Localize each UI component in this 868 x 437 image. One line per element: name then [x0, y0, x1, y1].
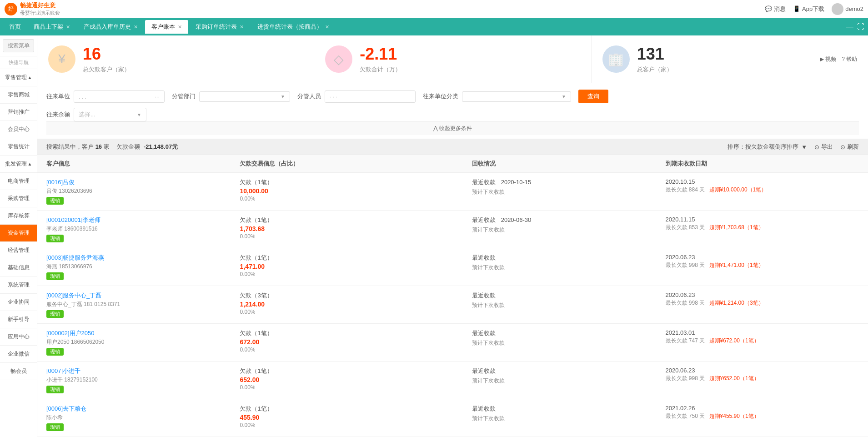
- tab-shang-pin[interactable]: 商品上下架 ✕: [27, 20, 76, 34]
- tab-close-icon[interactable]: ✕: [66, 24, 70, 30]
- sidebar-item-corp-collab[interactable]: 企业协同: [0, 294, 37, 311]
- sidebar-item-member[interactable]: 会员中心: [0, 121, 37, 138]
- recovery-cell-1: 最近收款 2020-06-30 预计下次收款: [472, 216, 665, 234]
- source-unit-dots: ...: [79, 93, 88, 100]
- recovery-cell-0: 最近收款 2020-10-15 预计下次收款: [472, 178, 665, 196]
- help-icon: ?: [842, 56, 845, 62]
- sidebar-item-app-center[interactable]: 应用中心: [0, 328, 37, 346]
- badge-6: 现销: [46, 423, 64, 431]
- person-input[interactable]: ···: [325, 90, 416, 103]
- filter-person: 分管人员 ···: [297, 90, 416, 103]
- filter-row-2: 往来余额 选择... ▼: [46, 108, 859, 121]
- tab-chan-cheng[interactable]: 产成品入库单历史 ✕: [77, 20, 144, 34]
- video-btn[interactable]: ▶ 视频: [820, 55, 836, 63]
- sidebar-item-basic-info[interactable]: 基础信息: [0, 259, 37, 276]
- sidebar-item-purchase[interactable]: 采购管理: [0, 190, 37, 207]
- tab-cai-gou[interactable]: 采购订单统计表 ✕: [189, 20, 250, 34]
- logo-area: 好 畅捷通好生意 母婴行业演示账套: [5, 2, 60, 16]
- stat-card-actions: ▶ 视频 ? 帮助: [820, 55, 857, 63]
- overdue-link-5[interactable]: 超期¥652.00（1笔）: [709, 375, 759, 382]
- customer-link-6[interactable]: [0006]去下粮仓: [46, 405, 240, 413]
- overdue-link-0[interactable]: 超期¥10,000.00（1笔）: [709, 186, 767, 193]
- sidebar-item-finance[interactable]: 资金管理: [0, 225, 37, 242]
- tab-ke-hu[interactable]: 客户账本 ✕: [145, 20, 188, 34]
- chevron-down-icon: ▲: [28, 75, 32, 80]
- overdue-cell-2: 2020.06.23 最长欠款 998 天 超期¥1,471.00（1笔）: [666, 254, 859, 269]
- refresh-btn[interactable]: ⊙ 刷新: [840, 143, 859, 151]
- message-btn[interactable]: 💬 消息: [765, 5, 786, 13]
- table-row: [000002]用户2050 用户2050 18665062050 现销 欠款（…: [37, 324, 868, 362]
- sidebar-item-newbie[interactable]: 新手引导: [0, 311, 37, 328]
- sidebar-item-corp-wechat[interactable]: 企业微信: [0, 346, 37, 363]
- sidebar-item-member-plus[interactable]: 畅会员: [0, 363, 37, 380]
- customer-cell-0: [0016]吕俊 吕俊 13026203696 现销: [46, 178, 240, 205]
- search-button[interactable]: 查询: [578, 90, 608, 103]
- stat-card-debt-customers: ¥ 16 总欠款客户（家）: [37, 35, 314, 83]
- customer-link-3[interactable]: [0002]服务中心_丁磊: [46, 291, 240, 300]
- customer-link-0[interactable]: [0016]吕俊: [46, 178, 240, 186]
- badge-5: 现销: [46, 386, 64, 393]
- tab-min-icon[interactable]: —: [846, 23, 853, 31]
- tab-home[interactable]: 首页: [4, 21, 26, 33]
- customer-cell-6: [0006]去下粮仓 陈小希 现销: [46, 405, 240, 431]
- badge-4: 现销: [46, 348, 64, 356]
- overdue-link-1[interactable]: 超期¥1,703.68（1笔）: [709, 224, 764, 231]
- customer-link-2[interactable]: [0003]畅捷服务尹海燕: [46, 254, 240, 262]
- sidebar-item-retail-mgmt[interactable]: 零售管理 ▲: [0, 69, 37, 86]
- sidebar-item-ecommerce[interactable]: 电商管理: [0, 173, 37, 190]
- stat-icon-building: 🏢: [602, 45, 630, 73]
- col-customer-info: 客户信息: [46, 160, 240, 168]
- filter-label-balance: 往来余额: [46, 111, 70, 119]
- sidebar-search-area: 搜索菜单: [0, 35, 37, 56]
- refresh-icon: ⊙: [840, 144, 845, 151]
- balance-select[interactable]: 选择... ▼: [74, 108, 146, 121]
- debt-cell-4: 欠款（1笔） 672.00 0.00%: [240, 329, 472, 353]
- col-recovery: 回收情况: [472, 160, 665, 168]
- dept-select[interactable]: ▼: [199, 91, 290, 102]
- stat-number-2: -2.11: [360, 45, 401, 64]
- tab-jin-huo[interactable]: 进货单统计表（按商品） ✕: [251, 20, 336, 34]
- overdue-link-3[interactable]: 超期¥1,214.00（3笔）: [709, 300, 764, 306]
- sidebar-search-btn[interactable]: 搜索菜单: [3, 39, 34, 52]
- sidebar-item-retail-stats[interactable]: 零售统计: [0, 138, 37, 156]
- badge-3: 现销: [46, 310, 64, 318]
- sort-select[interactable]: 排序：按欠款金额倒序排序 ▼: [728, 143, 807, 151]
- sidebar-item-business[interactable]: 经营管理: [0, 242, 37, 259]
- debt-cell-1: 欠款（1笔） 1,703.68 0.00%: [240, 216, 472, 240]
- filter-source-unit: 往来单位 ... ···: [46, 90, 165, 103]
- tab-close-icon[interactable]: ✕: [134, 24, 138, 30]
- debt-amount: -21,148.07元: [144, 143, 178, 150]
- chevron-up-icon: ⋀: [433, 125, 438, 131]
- tab-close-icon[interactable]: ✕: [178, 24, 182, 30]
- sidebar-item-inventory[interactable]: 库存核算: [0, 207, 37, 225]
- user-info[interactable]: demo2: [832, 3, 863, 15]
- tab-close-icon[interactable]: ✕: [325, 24, 329, 30]
- table-row: [0001020001]李老师 李老师 18600391516 现销 欠款（1笔…: [37, 211, 868, 248]
- source-unit-input[interactable]: ... ···: [74, 90, 165, 103]
- sidebar-item-system[interactable]: 系统管理: [0, 276, 37, 294]
- content-area: ¥ 16 总欠款客户（家） ◇ -2.11 欠款合计（万） 🏢: [37, 35, 868, 437]
- logo-icon: 好: [5, 3, 17, 15]
- tab-max-icon[interactable]: ⛶: [857, 23, 864, 31]
- customer-link-4[interactable]: [000002]用户2050: [46, 329, 240, 337]
- classification-select[interactable]: ▼: [462, 91, 571, 102]
- tab-close-icon[interactable]: ✕: [240, 24, 244, 30]
- stats-cards: ¥ 16 总欠款客户（家） ◇ -2.11 欠款合计（万） 🏢: [37, 35, 868, 83]
- sidebar-item-retail-shop[interactable]: 零售商城: [0, 86, 37, 104]
- overdue-link-2[interactable]: 超期¥1,471.00（1笔）: [709, 262, 764, 268]
- sidebar-item-marketing[interactable]: 营销推广: [0, 104, 37, 121]
- customer-link-1[interactable]: [0001020001]李老师: [46, 216, 240, 224]
- overdue-link-4[interactable]: 超期¥672.00（1笔）: [709, 337, 759, 344]
- app-download-btn[interactable]: 📱 App下载: [793, 5, 824, 13]
- stat-text-3: 131 总客户（家）: [637, 45, 672, 74]
- collapse-button[interactable]: ⋀ 收起更多条件: [46, 121, 859, 135]
- sidebar-item-wholesale-mgmt[interactable]: 批发管理 ▲: [0, 156, 37, 173]
- help-btn[interactable]: ? 帮助: [842, 55, 857, 63]
- stat-card-total-customers: 🏢 131 总客户（家） ▶ 视频 ? 帮助: [592, 35, 868, 83]
- customer-link-5[interactable]: [0007]小进千: [46, 367, 240, 375]
- export-btn[interactable]: ⊙ 导出: [814, 143, 833, 151]
- filter-label-dept: 分管部门: [172, 92, 196, 100]
- overdue-link-6[interactable]: 超期¥455.90（1笔）: [709, 413, 759, 419]
- filter-label-classification: 往来单位分类: [423, 92, 458, 100]
- customer-sub-6: 陈小希: [46, 414, 240, 422]
